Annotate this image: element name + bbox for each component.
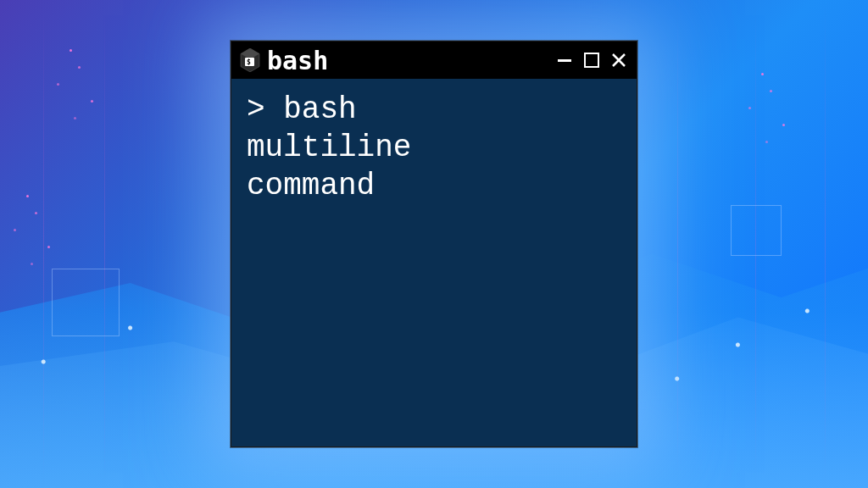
titlebar-left: $ bash <box>240 46 328 75</box>
terminal-window: $ bash > bash multiline command <box>231 41 637 447</box>
titlebar[interactable]: $ bash <box>231 42 637 79</box>
svg-text:$: $ <box>247 58 251 66</box>
maximize-button[interactable] <box>582 51 601 69</box>
window-controls <box>555 51 628 69</box>
terminal-body[interactable]: > bash multiline command <box>231 79 637 446</box>
terminal-content: > bash multiline command <box>247 92 411 203</box>
window-title: bash <box>267 46 328 75</box>
bg-square <box>731 205 782 256</box>
bash-icon: $ <box>240 48 260 72</box>
minimize-button[interactable] <box>555 51 574 69</box>
bg-dots <box>70 49 72 52</box>
close-button[interactable] <box>609 51 628 69</box>
